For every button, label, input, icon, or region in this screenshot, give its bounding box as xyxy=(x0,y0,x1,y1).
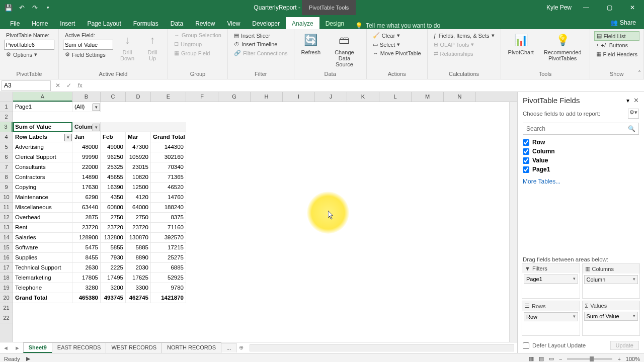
cell-A15[interactable]: Software xyxy=(13,243,72,253)
formula-input[interactable] xyxy=(86,80,644,91)
move-pivottable-button[interactable]: ↔ Move PivotTable xyxy=(371,49,423,57)
cell-B7[interactable]: 22000 xyxy=(72,162,101,172)
user-name[interactable]: Kyle Pew xyxy=(514,4,575,11)
col-header-J[interactable]: J xyxy=(315,92,347,102)
cell-E6[interactable]: 302160 xyxy=(151,152,186,162)
cell-A7[interactable]: Consultants xyxy=(13,162,72,172)
cell-C19[interactable]: 3200 xyxy=(101,283,126,293)
cell-C14[interactable]: 132800 xyxy=(101,233,126,243)
cell-B17[interactable]: 2630 xyxy=(72,263,101,273)
view-normal-icon[interactable]: ▦ xyxy=(529,355,534,362)
col-header-A[interactable]: A xyxy=(13,92,72,102)
cell-E7[interactable]: 70340 xyxy=(151,162,186,172)
cell-C4[interactable]: Feb xyxy=(101,132,126,142)
field-list-button[interactable]: ▤ Field List xyxy=(594,31,639,41)
cell-D15[interactable]: 5885 xyxy=(126,243,151,253)
sheet-tab-west-records[interactable]: WEST RECORDS xyxy=(106,342,162,353)
horizontal-scrollbar[interactable] xyxy=(250,344,514,351)
vertical-scrollbar[interactable] xyxy=(509,102,517,342)
cell-C12[interactable]: 2750 xyxy=(101,213,126,223)
cell-E9[interactable]: 46520 xyxy=(151,183,186,193)
cell-A17[interactable]: Technical Support xyxy=(13,263,72,273)
row-header-6[interactable]: 6 xyxy=(0,152,13,162)
change-data-source-button[interactable]: 🗃Change Data Source xyxy=(327,31,362,68)
tab-insert[interactable]: Insert xyxy=(54,17,81,29)
row-header-8[interactable]: 8 xyxy=(0,172,13,183)
cell-C16[interactable]: 7930 xyxy=(101,253,126,263)
recommended-pivottables-button[interactable]: 💡Recommended PivotTables xyxy=(540,31,586,62)
col-header-G[interactable]: G xyxy=(218,92,251,102)
cell-A3[interactable]: Sum of Value xyxy=(13,122,72,132)
col-header-B[interactable]: B xyxy=(72,92,101,102)
defer-layout-checkbox[interactable] xyxy=(523,342,529,349)
tab-developer[interactable]: Developer xyxy=(246,17,286,29)
field-checkbox-column[interactable] xyxy=(523,148,529,155)
cell-B12[interactable]: 2875 xyxy=(72,213,101,223)
cell-B11[interactable]: 63440 xyxy=(72,203,101,213)
cell-A9[interactable]: Copying xyxy=(13,183,72,193)
col-header-E[interactable]: E xyxy=(151,92,186,102)
cell-D13[interactable]: 23720 xyxy=(126,223,151,233)
cell-D12[interactable]: 2750 xyxy=(126,213,151,223)
cell-A12[interactable]: Overhead xyxy=(13,213,72,223)
tab-formulas[interactable]: Formulas xyxy=(127,17,165,29)
area-item-columns[interactable]: Column▾ xyxy=(584,275,638,284)
gear-icon[interactable]: ⚙▾ xyxy=(628,109,639,119)
row-header-20[interactable]: 20 xyxy=(0,293,13,303)
close-icon[interactable]: ✕ xyxy=(621,0,644,15)
pivotchart-button[interactable]: 📊PivotChart xyxy=(505,31,537,56)
cell-E19[interactable]: 9780 xyxy=(151,283,186,293)
tab-page-layout[interactable]: Page Layout xyxy=(81,17,127,29)
cell-B16[interactable]: 8455 xyxy=(72,253,101,263)
field-checkbox-page1[interactable] xyxy=(523,166,529,173)
tab-review[interactable]: Review xyxy=(189,17,221,29)
cell-C8[interactable]: 45655 xyxy=(101,172,126,183)
pane-dropdown-icon[interactable]: ▾ xyxy=(626,97,629,104)
cell-B19[interactable]: 3280 xyxy=(72,283,101,293)
view-page-break-icon[interactable]: ▭ xyxy=(549,355,554,362)
minimize-icon[interactable]: — xyxy=(575,0,598,15)
select-button[interactable]: ▭ Select ▾ xyxy=(371,40,423,49)
col-header-N[interactable]: N xyxy=(444,92,476,102)
cell-C6[interactable]: 96250 xyxy=(101,152,126,162)
sheet-tab-east-records[interactable]: EAST RECORDS xyxy=(52,342,107,353)
rows-area[interactable]: ☰Rows Row▾ xyxy=(522,301,580,336)
cell-B18[interactable]: 17805 xyxy=(72,273,101,283)
sheet-more[interactable]: ... xyxy=(221,343,236,352)
collapse-ribbon-icon[interactable]: ˄ xyxy=(638,70,641,77)
filter-dropdown-icon[interactable]: ▾ xyxy=(93,124,100,131)
col-header-M[interactable]: M xyxy=(412,92,444,102)
cell-C11[interactable]: 60800 xyxy=(101,203,126,213)
select-all-corner[interactable] xyxy=(0,92,13,102)
clear-button[interactable]: 🧹 Clear ▾ xyxy=(371,31,423,40)
cell-C7[interactable]: 25325 xyxy=(101,162,126,172)
cell-D7[interactable]: 23015 xyxy=(126,162,151,172)
row-header-2[interactable]: 2 xyxy=(0,112,13,122)
plus-minus-buttons-button[interactable]: ± +/- Buttons xyxy=(594,41,639,49)
col-header-H[interactable]: H xyxy=(251,92,283,102)
cell-E17[interactable]: 6885 xyxy=(151,263,186,273)
share-button[interactable]: 👥 Share xyxy=(602,16,644,29)
tab-file[interactable]: File xyxy=(4,17,26,29)
row-header-11[interactable]: 11 xyxy=(0,203,13,213)
cell-E4[interactable]: Grand Total xyxy=(151,132,186,142)
cell-D11[interactable]: 64000 xyxy=(126,203,151,213)
cell-D20[interactable]: 462745 xyxy=(126,293,151,303)
row-header-3[interactable]: 3 xyxy=(0,122,13,132)
cell-C5[interactable]: 49000 xyxy=(101,142,126,152)
row-header-16[interactable]: 16 xyxy=(0,253,13,263)
zoom-out-icon[interactable]: − xyxy=(559,356,562,362)
sheet-nav-next-icon[interactable]: ► xyxy=(12,345,23,351)
cell-E18[interactable]: 52925 xyxy=(151,273,186,283)
values-area[interactable]: ΣValues Sum of Value▾ xyxy=(582,301,640,336)
cell-E16[interactable]: 25275 xyxy=(151,253,186,263)
cell-C18[interactable]: 17495 xyxy=(101,273,126,283)
cell-D10[interactable]: 4120 xyxy=(126,193,151,203)
col-header-L[interactable]: L xyxy=(379,92,412,102)
row-header-13[interactable]: 13 xyxy=(0,223,13,233)
cell-B5[interactable]: 48000 xyxy=(72,142,101,152)
cell-D18[interactable]: 17625 xyxy=(126,273,151,283)
cell-D9[interactable]: 12500 xyxy=(126,183,151,193)
tab-design[interactable]: Design xyxy=(319,17,350,29)
cell-B8[interactable]: 14890 xyxy=(72,172,101,183)
